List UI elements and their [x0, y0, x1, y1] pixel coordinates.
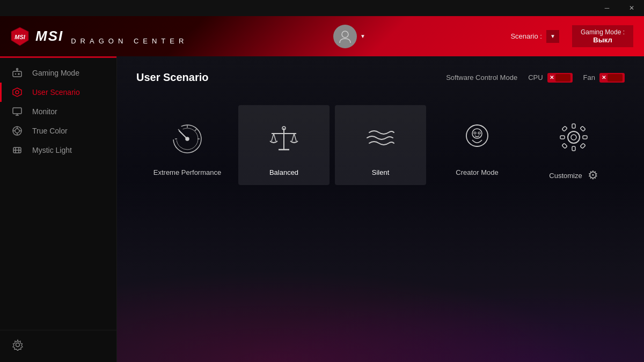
gaming-mode-icon [12, 68, 23, 78]
minimize-button[interactable]: ─ [595, 0, 619, 16]
creator-mode-label: Creator Mode [456, 168, 498, 176]
app-name: DRAGON CENTER [71, 37, 188, 47]
balanced-icon [262, 116, 305, 159]
svg-rect-10 [13, 108, 21, 114]
silent-icon [359, 116, 402, 159]
content-header: User Scenario Software Control Mode CPU … [117, 56, 644, 94]
svg-point-23 [16, 343, 20, 347]
sidebar-gaming-mode-label: Gaming Mode [32, 69, 79, 77]
svg-line-32 [195, 129, 196, 131]
sidebar-true-color-label: True Color [32, 127, 68, 135]
svg-text:MSI: MSI [14, 34, 26, 40]
scenario-card-silent[interactable]: Silent [335, 105, 426, 185]
svg-rect-52 [580, 126, 586, 131]
msi-logo-icon: MSI [10, 26, 30, 47]
settings-icon[interactable] [12, 339, 24, 353]
svg-line-39 [294, 134, 296, 141]
scenario-card-extreme-performance[interactable]: Extreme Performance [142, 105, 233, 185]
sidebar-item-monitor[interactable]: Monitor [0, 102, 116, 121]
customize-label: Customize [549, 172, 582, 180]
scenarios-container: Extreme Performance [117, 94, 644, 202]
header-center: ▼ [188, 25, 510, 48]
sidebar-item-user-scenario[interactable]: User Scenario [0, 83, 116, 102]
cpu-toggle-group: CPU ✕ [528, 73, 572, 83]
gaming-mode-section: Gaming Mode : Выкл [572, 25, 633, 47]
gaming-mode-value: Выкл [593, 36, 612, 44]
creator-mode-icon [456, 116, 499, 159]
svg-rect-48 [572, 146, 575, 151]
profile-chevron-icon: ▼ [360, 33, 365, 39]
fan-toggle[interactable]: ✕ [599, 73, 625, 83]
logo-area: MSI msi DRAGON CENTER [0, 26, 188, 47]
user-scenario-icon [12, 87, 23, 98]
svg-rect-3 [13, 71, 21, 77]
svg-rect-47 [572, 124, 575, 128]
monitor-icon [12, 106, 23, 117]
silent-label: Silent [372, 168, 390, 176]
svg-rect-51 [562, 126, 567, 131]
scenario-label: Scenario : [510, 32, 542, 40]
cpu-toggle-rect [555, 74, 570, 82]
scenario-card-customize[interactable]: Customize ⚙ [528, 105, 619, 191]
svg-point-2 [342, 31, 348, 38]
fan-toggle-group: Fan ✕ [583, 73, 625, 83]
svg-point-41 [466, 125, 488, 146]
svg-point-9 [16, 91, 19, 94]
svg-point-14 [15, 129, 19, 133]
svg-point-5 [17, 69, 18, 70]
page-title: User Scenario [136, 71, 209, 84]
close-button[interactable]: ✕ [619, 0, 644, 16]
true-color-icon [12, 125, 23, 136]
scenario-card-balanced[interactable]: Balanced [238, 105, 330, 185]
customize-icon [552, 116, 595, 159]
sidebar-item-mystic-light[interactable]: Mystic Light [0, 141, 116, 160]
svg-line-37 [274, 134, 276, 141]
customize-row: Customize ⚙ [549, 168, 598, 182]
extreme-performance-label: Extreme Performance [153, 168, 221, 176]
sidebar-nav: Gaming Mode User Scenario Monitor [0, 58, 116, 330]
titlebar: ─ ✕ [0, 0, 644, 16]
cpu-label: CPU [528, 73, 543, 82]
svg-rect-49 [560, 136, 565, 139]
main-content: User Scenario Software Control Mode CPU … [117, 56, 644, 362]
svg-point-27 [186, 137, 189, 141]
sidebar-bottom [0, 330, 116, 362]
fan-label: Fan [583, 73, 595, 82]
svg-rect-53 [562, 143, 567, 149]
sidebar-divider [0, 56, 116, 58]
scenario-section: Scenario : ▼ [510, 30, 559, 43]
sidebar-monitor-label: Monitor [32, 107, 57, 116]
sidebar-user-scenario-label: User Scenario [32, 88, 80, 97]
svg-rect-50 [583, 136, 587, 139]
mystic-light-icon [12, 145, 23, 156]
header: MSI msi DRAGON CENTER ▼ Scenario : ▼ Gam… [0, 16, 644, 56]
svg-rect-54 [580, 143, 586, 149]
svg-point-8 [18, 73, 19, 75]
svg-line-36 [272, 134, 274, 141]
fan-toggle-rect [608, 74, 623, 82]
svg-point-44 [478, 132, 480, 134]
extreme-performance-icon [166, 116, 209, 159]
cpu-toggle[interactable]: ✕ [547, 73, 573, 83]
svg-point-46 [571, 135, 576, 140]
header-right: Scenario : ▼ Gaming Mode : Выкл [510, 25, 644, 47]
sidebar-item-gaming-mode[interactable]: Gaming Mode [0, 63, 116, 83]
gaming-mode-label: Gaming Mode : [581, 28, 625, 36]
sidebar-item-true-color[interactable]: True Color [0, 121, 116, 141]
software-control-label: Software Control Mode [446, 73, 517, 82]
cpu-toggle-x-icon: ✕ [550, 75, 554, 80]
profile-button[interactable]: ▼ [333, 25, 365, 48]
scenario-dropdown[interactable]: ▼ [546, 30, 559, 43]
svg-point-43 [474, 132, 476, 134]
avatar [333, 25, 357, 48]
controls-area: Software Control Mode CPU ✕ Fan ✕ [446, 73, 625, 83]
balanced-label: Balanced [269, 168, 298, 176]
sidebar-mystic-light-label: Mystic Light [32, 146, 72, 154]
svg-line-31 [178, 129, 180, 131]
logo-text: msi [35, 28, 63, 45]
svg-line-38 [292, 134, 294, 141]
customize-gear-icon[interactable]: ⚙ [588, 168, 598, 182]
svg-point-45 [568, 131, 580, 143]
scenario-card-creator-mode[interactable]: Creator Mode [431, 105, 523, 185]
fan-toggle-x-icon: ✕ [602, 75, 606, 80]
